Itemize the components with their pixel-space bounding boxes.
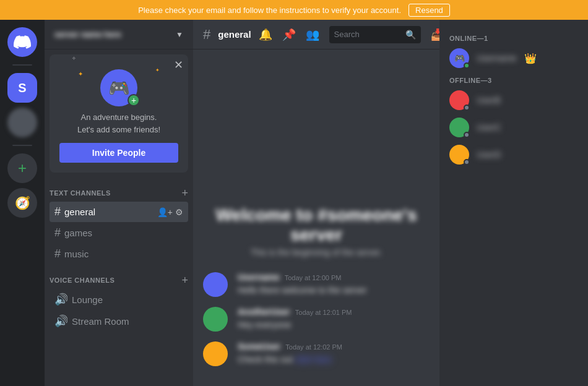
message-author-1: Username [238,272,280,282]
text-channels-label: Text Channels [50,189,111,197]
message-header-3: SomeUser Today at 12:02 PM [238,341,430,351]
channel-item-music[interactable]: # music [50,244,188,264]
message-text-1: Hello there welcome to the server [238,285,430,297]
channel-hash-icon: # [203,27,210,43]
members-icon[interactable]: 👥 [306,28,319,41]
avatar-3 [203,341,228,366]
member-name-online-1: Username [477,53,517,63]
search-input[interactable] [334,30,402,39]
compass-icon: 🧭 [15,195,30,210]
channel-item-games[interactable]: # games [50,223,188,243]
add-member-button[interactable]: 👤+ [157,207,173,217]
message-time-3: Today at 12:02 PM [285,343,342,351]
sparkle-right-icon: ✦ [155,67,160,73]
discord-home-icon[interactable] [7,27,37,57]
message-content-3: SomeUser Today at 12:02 PM Check this ou… [238,341,430,366]
pin-icon[interactable]: 📌 [282,28,296,41]
server-icon-1[interactable]: S [7,73,37,103]
invite-card-title: An adventure begins. [59,111,178,124]
avatar-2 [203,307,228,332]
sparkle-bottom-icon: ✧ [72,56,76,61]
server-header[interactable]: server name here ▼ [45,20,193,49]
message-author-3: SomeUser [238,341,280,351]
server-name: server name here [54,30,121,39]
status-dot-offline-3 [464,159,470,165]
channel-name-games: games [64,228,92,238]
header-actions: 🔔 📌 👥 🔍 📥 ❓ [259,26,439,43]
status-dot-offline-2 [464,132,470,138]
channel-name-music: music [64,249,89,259]
member-badge-1: 👑 [524,53,537,64]
message-text-2: Hey everyone [238,319,430,332]
add-voice-channel-button[interactable]: + [181,275,188,286]
chevron-down-icon: ▼ [176,30,183,39]
online-section-label: ONLINE—1 [444,30,583,45]
close-card-button[interactable]: ✕ [174,59,183,71]
verify-message: Please check your email and follow the i… [138,6,401,15]
hash-icon-general: # [54,205,61,218]
message-group-2: AnotherUser Today at 12:01 PM Hey everyo… [203,307,430,332]
member-item-online-1[interactable]: 🎮 Username 👑 [444,45,583,72]
chat-channel-name: general [218,29,251,40]
message-time-1: Today at 12:00 PM [285,274,342,281]
channel-section: Text Channels + # general 👤+ ⚙ # games #… [45,178,193,386]
member-item-offline-2[interactable]: UserC [444,114,583,141]
message-group-3: SomeUser Today at 12:02 PM Check this ou… [203,341,430,366]
message-group-1: Username Today at 12:00 PM Hello there w… [203,272,430,297]
status-dot-online-1 [464,62,470,69]
search-box[interactable]: 🔍 [329,26,421,43]
chat-header: # general 🔔 📌 👥 🔍 📥 ❓ [193,20,439,49]
hash-icon-music: # [54,247,61,260]
main-content: # general 🔔 📌 👥 🔍 📥 ❓ Welcome to #someon… [193,20,439,386]
welcome-section: Welcome to #someone's server This is the… [203,205,430,257]
bell-icon[interactable]: 🔔 [259,28,272,41]
voice-icon-lounge: 🔊 [54,293,68,306]
channel-item-lounge[interactable]: 🔊 Lounge [50,289,188,310]
add-server-button[interactable]: + [7,153,37,183]
channel-name-lounge: Lounge [72,294,103,305]
explore-button[interactable]: 🧭 [7,188,37,218]
resend-button[interactable]: Resend [409,4,450,17]
chat-area: Welcome to #someone's server This is the… [193,49,439,386]
member-avatar-wrap-3 [449,118,469,137]
welcome-title: Welcome to #someone's server [203,205,430,245]
member-avatar-wrap-1: 🎮 [449,48,469,68]
offline-section-label: OFFLINE—3 [444,72,583,87]
avatar-1 [203,272,228,297]
member-avatar-wrap-4 [449,145,469,165]
channel-name-stream-room: Stream Room [72,316,129,327]
member-avatar-wrap-2 [449,90,469,110]
add-text-channel-button[interactable]: + [181,187,188,199]
message-header-2: AnotherUser Today at 12:01 PM [238,307,430,317]
message-link-3[interactable]: click here [295,354,332,364]
voice-channels-category: Voice Channels + [45,265,193,288]
inbox-icon[interactable]: 📥 [431,28,439,41]
card-plus-badge: + [128,94,140,106]
server-divider-2 [12,145,32,146]
member-name-offline-2: UserC [477,122,501,132]
voice-channels-label: Voice Channels [50,277,115,284]
sparkle-left-icon: ✦ [78,71,83,77]
voice-icon-stream-room: 🔊 [54,314,68,328]
channel-actions-general: 👤+ ⚙ [157,207,183,217]
verify-banner: Please check your email and follow the i… [0,0,588,20]
member-name-offline-1: UserB [477,95,501,105]
member-name-offline-3: UserD [477,150,501,160]
channel-item-stream-room[interactable]: 🔊 Stream Room [50,311,188,332]
settings-button[interactable]: ⚙ [175,207,183,217]
message-content-1: Username Today at 12:00 PM Hello there w… [238,272,430,297]
message-header-1: Username Today at 12:00 PM [238,272,430,282]
member-item-offline-3[interactable]: UserD [444,141,583,168]
card-avatar-container: 🎮 + [100,69,137,106]
status-dot-offline-1 [464,105,470,111]
welcome-subtitle: This is the beginning of the server. [203,247,430,257]
channel-item-general[interactable]: # general 👤+ ⚙ [50,202,188,222]
server-icon-2[interactable] [7,108,37,137]
search-icon: 🔍 [405,30,416,40]
member-item-offline-1[interactable]: UserB [444,87,583,114]
message-time-2: Today at 12:01 PM [295,309,352,316]
invite-people-button[interactable]: Invite People [59,143,178,163]
message-content-2: AnotherUser Today at 12:01 PM Hey everyo… [238,307,430,332]
hash-icon-games: # [54,226,61,239]
server-sidebar: S + 🧭 [0,20,45,386]
